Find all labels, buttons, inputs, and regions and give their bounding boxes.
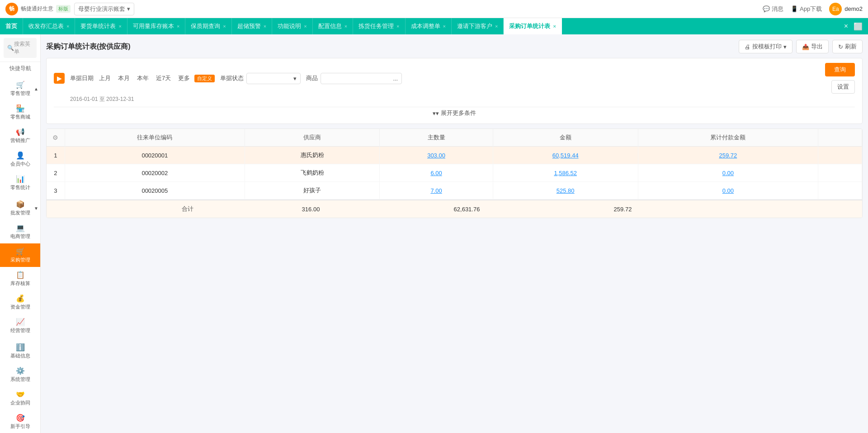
row3-amount: 525.80 [493, 182, 638, 200]
wholesale-label: 批发管理 [10, 209, 30, 216]
operations-label: 经营管理 [10, 327, 30, 334]
date-opt-this-year[interactable]: 本年 [134, 73, 151, 83]
settings-col-icon[interactable]: ⚙ [52, 134, 58, 141]
tab-usable-stock[interactable]: 可用量库存账本 × [127, 18, 185, 34]
nav-close-btn[interactable]: × [842, 21, 850, 31]
sidebar-item-ecommerce[interactable]: 💻 电商管理 [0, 220, 40, 243]
sidebar-item-system[interactable]: ⚙️ 系统管理 [0, 363, 40, 386]
date-opt-more[interactable]: 更多 [175, 73, 193, 83]
row3-quantity: 7.00 [380, 182, 493, 200]
tab-feature-notes-close[interactable]: × [304, 24, 307, 29]
table-row[interactable]: 1 00020001 惠氏奶粉 303.00 60,519.44 259.72 [47, 147, 862, 164]
filter-area: ▶ 单据日期 上月 本月 本年 近7天 更多 自定义 单据状态 [46, 58, 863, 124]
tab-overstock-warning-close[interactable]: × [264, 24, 266, 29]
sidebar-item-retail-stats[interactable]: 📊 零售统计 [0, 171, 40, 195]
tab-purchase-summary-close[interactable]: × [553, 24, 556, 29]
user-area[interactable]: Ea demo2 [829, 3, 863, 15]
inventory-label: 库存核算 [10, 280, 30, 287]
sidebar-item-newcomer[interactable]: 🎯 新手引导 [0, 410, 40, 433]
wholesale-icon: 📦 [16, 200, 25, 209]
export-button[interactable]: 📤 导出 [796, 40, 829, 53]
print-button[interactable]: 🖨 按模板打印 ▾ [739, 40, 793, 53]
filter-expand-btn[interactable]: ▶ [54, 73, 65, 84]
tab-invite-downstream[interactable]: 邀请下游客户 × [452, 18, 504, 34]
tab-usable-stock-close[interactable]: × [177, 24, 179, 29]
tab-cost-adjust[interactable]: 成本调整单 × [406, 18, 452, 34]
table-row[interactable]: 2 00020002 飞鹤奶粉 6.00 1,586.52 0.00 [47, 164, 862, 182]
retail-icon: 🛒 [16, 81, 25, 89]
tab-home[interactable]: 首页 [0, 18, 23, 34]
tab-expiry-query[interactable]: 保质期查询 × [185, 18, 231, 34]
export-label: 导出 [811, 43, 823, 51]
row2-amount: 1,586.52 [493, 164, 638, 182]
sidebar-item-member[interactable]: 👤 会员中心 [0, 148, 40, 171]
expand-more-icon: ▾▾ [433, 110, 439, 117]
nav-right-btns: × ⬜ [842, 21, 868, 32]
date-opt-prev-month[interactable]: 上月 [96, 73, 113, 83]
expand-more-btn[interactable]: ▾▾ 展开更多条件 [54, 107, 855, 119]
enterprise-label: 企业协同 [10, 400, 30, 406]
app-download-btn[interactable]: 📱 App下载 [791, 5, 822, 13]
date-opt-this-month[interactable]: 本月 [115, 73, 132, 83]
tab-order-summary-close[interactable]: × [118, 24, 121, 29]
label-tag: 标版 [56, 5, 71, 13]
export-icon: 📤 [802, 43, 809, 50]
tab-invite-downstream-close[interactable]: × [495, 24, 498, 29]
th-code: 往来单位编码 [65, 129, 245, 147]
tab-purchase-summary[interactable]: 采购订单统计表 × [504, 18, 561, 34]
tab-picking-tasks[interactable]: 拣货任务管理 × [353, 18, 405, 34]
nav-restore-btn[interactable]: ⬜ [852, 21, 864, 32]
app-download-label: App下载 [800, 5, 822, 13]
goods-input[interactable]: ... [321, 73, 402, 84]
sidebar-item-retail[interactable]: 🛒 零售管理 ▲ [0, 77, 40, 100]
query-button[interactable]: 查询 [825, 63, 855, 76]
custom-tag[interactable]: 自定义 [194, 75, 215, 82]
table-row[interactable]: 3 00020005 好孩子 7.00 525.80 0.00 [47, 182, 862, 200]
refresh-button[interactable]: ↻ 刷新 [832, 40, 863, 53]
date-range-display: 2016-01-01 至 2023-12-31 [70, 95, 855, 103]
th-extra [818, 129, 862, 147]
sidebar-item-wholesale[interactable]: 📦 批发管理 ▼ [0, 196, 40, 220]
row1-amount: 60,519.44 [493, 147, 638, 164]
tab-cost-adjust-close[interactable]: × [443, 24, 446, 29]
tab-picking-tasks-close[interactable]: × [396, 24, 399, 29]
row1-paid: 259.72 [638, 147, 818, 164]
tab-home-label: 首页 [5, 22, 17, 30]
main-nav: 首页 收发存汇总表 × 要货单统计表 × 可用量库存账本 × 保质期查询 × 超… [0, 18, 868, 34]
sidebar-item-purchase[interactable]: 🛒 采购管理 [0, 243, 40, 267]
main-layout: 🔍 搜索英单 快捷导航 🛒 零售管理 ▲ 🏪 零售商城 📢 营销推广 👤 会员中… [0, 34, 868, 433]
sidebar-search[interactable]: 🔍 搜索英单 [0, 34, 40, 62]
settings-button[interactable]: 设置 [831, 80, 855, 94]
inventory-icon: 📋 [16, 271, 25, 279]
sidebar-nav-label[interactable]: 快捷导航 [0, 62, 40, 75]
tab-config-info[interactable]: 配置信息 × [313, 18, 353, 34]
row1-extra [818, 147, 862, 164]
tab-receive-summary[interactable]: 收发存汇总表 × [23, 18, 75, 34]
tab-receive-summary-close[interactable]: × [66, 24, 69, 29]
th-supplier: 供应商 [245, 129, 380, 147]
sidebar-item-enterprise[interactable]: 🤝 企业协同 [0, 386, 40, 410]
sidebar-item-marketing[interactable]: 📢 营销推广 [0, 124, 40, 148]
status-select[interactable]: ▾ [246, 73, 301, 84]
data-table: ⚙ 往来单位编码 供应商 主数量 金额 累计付款金额 1 [47, 129, 862, 200]
tab-overstock-warning[interactable]: 超储预警 × [232, 18, 272, 34]
sidebar-item-inventory[interactable]: 📋 库存核算 [0, 267, 40, 290]
search-box[interactable]: 🔍 搜索英单 [4, 38, 37, 58]
message-label: 消息 [772, 5, 783, 13]
sidebar-item-finance[interactable]: 💰 资金管理 [0, 290, 40, 314]
tab-order-summary[interactable]: 要货单统计表 × [75, 18, 127, 34]
date-opt-7days[interactable]: 近7天 [153, 73, 174, 83]
filter-goods-group: 商品 ... [306, 73, 402, 84]
user-name: demo2 [844, 5, 863, 12]
tab-config-info-close[interactable]: × [344, 24, 347, 29]
org-selector[interactable]: 母婴行业演示账套 ▾ [74, 3, 134, 15]
sidebar-item-basic-info[interactable]: ℹ️ 基础信息 [0, 339, 40, 363]
tab-feature-notes[interactable]: 功能说明 × [272, 18, 312, 34]
top-bar-right: 💬 消息 📱 App下载 Ea demo2 [763, 3, 863, 15]
message-btn[interactable]: 💬 消息 [763, 5, 783, 13]
sidebar-item-retail-mall[interactable]: 🏪 零售商城 [0, 100, 40, 124]
purchase-label: 采购管理 [10, 257, 30, 263]
tab-expiry-query-close[interactable]: × [223, 24, 226, 29]
purchase-icon: 🛒 [16, 247, 25, 256]
sidebar-item-operations[interactable]: 📈 经营管理 [0, 314, 40, 338]
